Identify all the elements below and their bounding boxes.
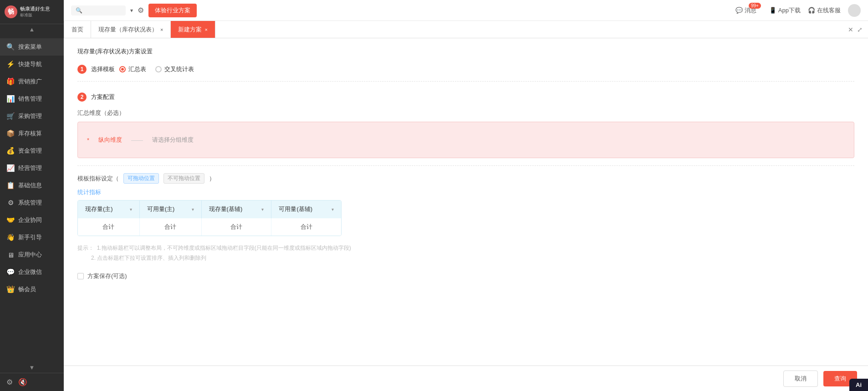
col-header-3[interactable]: 现存量(基辅) ▾ [201, 201, 271, 218]
sidebar-item-label: 企业微信 [18, 268, 42, 276]
newbie-icon: 👋 [6, 233, 15, 242]
tab-inventory-close[interactable]: × [160, 27, 163, 32]
message-icon: 💬 [735, 7, 743, 14]
sidebar-item-appcenter[interactable]: 🖥 应用中心 [0, 246, 64, 263]
scroll-down-btn[interactable]: ▼ [0, 362, 64, 373]
col-4-sub: 合计 [271, 218, 341, 236]
indicator-settings-prefix: 模板指标设定（ [77, 175, 119, 183]
tip-2-text: 2. 点击标题栏下拉可设置排序、插入列和删除列 [77, 253, 206, 263]
tab-new-scheme[interactable]: 新建方案 × [171, 21, 215, 38]
col-header-1[interactable]: 现存量(主) ▾ [78, 201, 139, 218]
content-area: 现存量(库存状况表)方案设置 1 选择模板 汇总表 交叉统计表 [64, 38, 868, 365]
app-download-btn[interactable]: 📱 App下载 [769, 6, 801, 15]
col-2-dropdown[interactable]: ▾ [192, 207, 194, 212]
search-icon: 🔍 [6, 43, 15, 51]
sidebar-item-label: 新手引导 [18, 233, 42, 242]
dim-required-star: * [87, 137, 89, 144]
message-btn[interactable]: 💬 消息 99+ [735, 6, 756, 15]
radio-summary-dot [119, 66, 126, 72]
sidebar-item-quicknav[interactable]: ⚡ 快捷导航 [0, 56, 64, 73]
tips-section: 提示： 1.拖动标题栏可以调整布局，不可跨维度或指标区域拖动栏目字段(只能在同一… [77, 243, 854, 263]
indicator-label: 模板指标设定（ 可拖动位置 不可拖动位置 ） [77, 173, 854, 184]
radio-summary-table[interactable]: 汇总表 [119, 65, 146, 73]
tab-home[interactable]: 首页 [64, 21, 91, 38]
scroll-up-btn[interactable]: ▲ [0, 24, 64, 35]
sidebar-item-collab[interactable]: 🤝 企业协同 [0, 211, 64, 229]
col-header-4[interactable]: 可用量(基辅) ▾ [271, 201, 341, 218]
tabs-collapse-icon[interactable]: ✕ [848, 26, 853, 33]
trial-button[interactable]: 体验行业方案 [148, 4, 197, 17]
step1-header: 1 选择模板 汇总表 交叉统计表 [77, 65, 854, 74]
indicator-table: 现存量(主) ▾ 可用量(主) ▾ [77, 200, 342, 236]
topbar-search[interactable]: 🔍 [71, 5, 126, 15]
tabs-expand-icon[interactable]: ⤢ [857, 26, 863, 33]
page-title: 现存量(库存状况表)方案设置 [77, 47, 854, 56]
col-3-sub: 合计 [201, 218, 271, 236]
col-4-dropdown[interactable]: ▾ [332, 207, 334, 212]
main-area: 🔍 ▾ ⚙ 体验行业方案 💬 消息 99+ 📱 App下载 🎧 在线客服 [64, 0, 868, 391]
mute-footer-icon[interactable]: 🔇 [18, 378, 27, 386]
settings-footer-icon[interactable]: ⚙ [6, 378, 13, 386]
online-service-btn[interactable]: 🎧 在线客服 [808, 6, 841, 15]
save-checkbox[interactable] [77, 273, 84, 279]
sidebar-item-purchase[interactable]: 🛒 采购管理 [0, 108, 64, 125]
ai-badge[interactable]: Ai [849, 379, 868, 391]
sidebar-menu: 🔍 搜索菜单 ⚡ 快捷导航 🎁 营销推广 📊 销售管理 🛒 采购管理 📦 库存核… [0, 35, 64, 362]
sidebar-item-label: 采购管理 [18, 112, 42, 120]
topbar-settings-icon[interactable]: ⚙ [138, 6, 144, 15]
finance-icon: 💰 [6, 147, 15, 155]
sidebar-item-inventory[interactable]: 📦 库存核算 [0, 125, 64, 142]
col-2-label: 可用量(主) [147, 205, 175, 213]
col-1-dropdown[interactable]: ▾ [130, 207, 132, 212]
dim-dash: —— [131, 137, 143, 144]
app-download-label: App下载 [778, 6, 801, 15]
col-1-sub: 合计 [78, 218, 139, 236]
management-icon: 📈 [6, 164, 15, 172]
tab-new-scheme-label: 新建方案 [178, 26, 202, 34]
sidebar-item-finance[interactable]: 💰 资金管理 [0, 142, 64, 159]
quicknav-icon: ⚡ [6, 60, 15, 68]
step2-divider [77, 165, 854, 166]
col-3-dropdown[interactable]: ▾ [261, 207, 264, 212]
sidebar-item-label: 快捷导航 [18, 60, 42, 68]
member-icon: 👑 [6, 285, 15, 293]
topbar-dropdown-icon[interactable]: ▾ [130, 7, 133, 14]
online-service-label: 在线客服 [817, 6, 841, 15]
step1-section: 1 选择模板 汇总表 交叉统计表 [77, 65, 854, 82]
dimension-area[interactable]: * 纵向维度 —— 请选择分组维度 [77, 122, 854, 158]
sidebar-item-search[interactable]: 🔍 搜索菜单 [0, 38, 64, 56]
sidebar-item-label: 资金管理 [18, 147, 42, 155]
tip-1-text: 提示： 1.拖动标题栏可以调整布局，不可跨维度或指标区域拖动栏目字段(只能在同一… [77, 243, 351, 253]
app-name: 畅康通好生意 [20, 5, 50, 12]
sidebar-item-member[interactable]: 👑 畅会员 [0, 281, 64, 298]
radio-cross-table[interactable]: 交叉统计表 [155, 65, 194, 73]
sidebar-item-sales[interactable]: 📊 销售管理 [0, 90, 64, 108]
marketing-icon: 🎁 [6, 77, 15, 86]
sidebar-item-corpwechat[interactable]: 💬 企业微信 [0, 263, 64, 281]
tab-inventory[interactable]: 现存量（库存状况表） × [91, 21, 171, 38]
statistics-title: 统计指标 [77, 188, 854, 196]
step2-section: 2 方案配置 汇总维度（必选） * 纵向维度 —— 请选择分组维度 模板指标设定… [77, 93, 854, 280]
sidebar-item-marketing[interactable]: 🎁 营销推广 [0, 73, 64, 90]
system-icon: ⚙ [6, 199, 15, 207]
indicator-settings: 模板指标设定（ 可拖动位置 不可拖动位置 ） 统计指标 [77, 173, 854, 236]
user-avatar[interactable] [848, 4, 861, 17]
content-inner: 现存量(库存状况表)方案设置 1 选择模板 汇总表 交叉统计表 [64, 38, 868, 365]
tab-inventory-label: 现存量（库存状况表） [98, 26, 158, 34]
corpwechat-icon: 💬 [6, 268, 15, 276]
cancel-button[interactable]: 取消 [783, 370, 818, 387]
template-radio-group: 汇总表 交叉统计表 [119, 65, 194, 73]
sales-icon: 📊 [6, 95, 15, 103]
sidebar-item-system[interactable]: ⚙ 系统管理 [0, 194, 64, 211]
step2-title: 方案配置 [91, 93, 115, 101]
col-header-2[interactable]: 可用量(主) ▾ [139, 201, 201, 218]
sidebar-item-baseinfo[interactable]: 📋 基础信息 [0, 177, 64, 194]
tab-new-scheme-close[interactable]: × [204, 27, 207, 32]
radio-summary-label: 汇总表 [128, 65, 146, 73]
topbar-search-icon: 🔍 [76, 7, 82, 14]
baseinfo-icon: 📋 [6, 181, 15, 190]
sidebar-item-newbie[interactable]: 👋 新手引导 [0, 229, 64, 246]
topbar: 🔍 ▾ ⚙ 体验行业方案 💬 消息 99+ 📱 App下载 🎧 在线客服 [64, 0, 868, 21]
indicator-settings-suffix: ） [209, 175, 215, 183]
sidebar-item-management[interactable]: 📈 经营管理 [0, 159, 64, 177]
